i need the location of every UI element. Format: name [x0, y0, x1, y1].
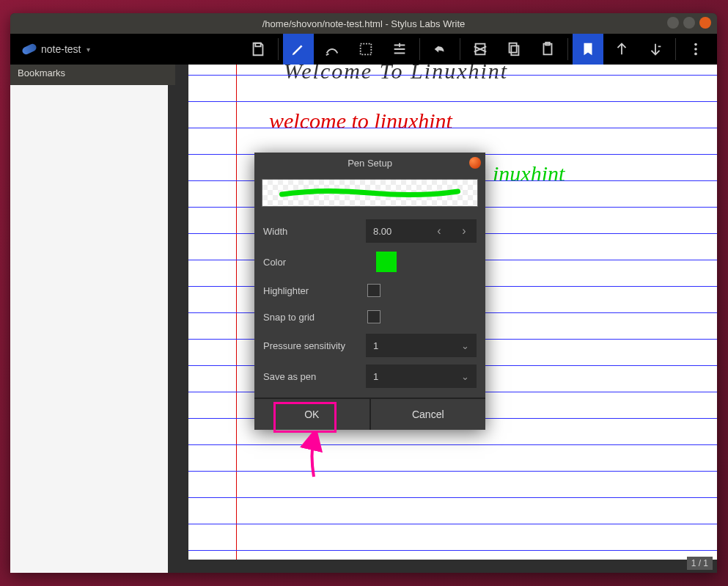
undo-button[interactable]: [424, 34, 455, 65]
width-row: Width 8.00 ‹ ›: [254, 216, 485, 246]
svg-point-7: [694, 43, 697, 46]
titlebar[interactable]: /home/shovon/note-test.html - Stylus Lab…: [10, 13, 717, 34]
pressure-label: Pressure sensitivity: [263, 340, 357, 351]
handwriting-line-3: inuxhint: [493, 161, 565, 186]
svg-rect-1: [361, 44, 372, 55]
save-button[interactable]: [243, 34, 273, 65]
copy-button[interactable]: [499, 34, 529, 65]
dialog-body: Width 8.00 ‹ › Color Highlighter Snap to…: [254, 173, 485, 392]
highlighter-label: Highlighter: [263, 285, 357, 296]
chevron-down-icon: ⌄: [461, 340, 469, 351]
snap-checkbox[interactable]: [367, 310, 380, 323]
pressure-value: 1: [373, 340, 378, 351]
rule-line: [188, 128, 717, 128]
saveas-label: Save as pen: [263, 371, 357, 382]
highlighter-checkbox[interactable]: [367, 284, 380, 297]
rule-line: [188, 550, 717, 551]
svg-rect-0: [255, 43, 260, 47]
snap-row: Snap to grid: [254, 304, 485, 330]
sidebar-header: Bookmarks: [10, 65, 175, 85]
insert-space-button[interactable]: [384, 34, 415, 65]
chevron-down-icon: ▾: [87, 45, 90, 54]
bookmark-button[interactable]: [573, 34, 603, 65]
saveas-select[interactable]: 1 ⌄: [366, 365, 477, 388]
svg-point-9: [694, 53, 697, 56]
highlighter-row: Highlighter: [254, 277, 485, 304]
rule-line: [188, 75, 717, 76]
width-spinner[interactable]: 8.00 ‹ ›: [366, 219, 477, 243]
rule-line: [188, 101, 717, 102]
color-label: Color: [263, 257, 357, 268]
minimize-button[interactable]: [667, 17, 679, 29]
dialog-close-button[interactable]: [469, 157, 481, 169]
chevron-down-icon: ⌄: [461, 371, 469, 382]
overflow-menu-button[interactable]: [680, 34, 711, 65]
pressure-row: Pressure sensitivity 1 ⌄: [254, 330, 485, 361]
svg-rect-4: [511, 45, 518, 55]
dialog-title: Pen Setup: [348, 158, 392, 169]
toolbar: note-test ▾: [10, 34, 717, 65]
dialog-titlebar[interactable]: Pen Setup: [254, 153, 485, 173]
page-indicator: 1 / 1: [687, 557, 713, 570]
maximize-button[interactable]: [683, 17, 695, 29]
prev-page-button[interactable]: [606, 34, 637, 65]
handwriting-line-2: welcome to linuxhint: [269, 109, 452, 133]
width-label: Width: [263, 226, 357, 237]
cut-button[interactable]: [465, 34, 496, 65]
rule-line: [188, 524, 717, 524]
stroke-tool-button[interactable]: [317, 34, 348, 65]
color-row: Color: [254, 246, 485, 277]
document-name: note-test: [41, 43, 81, 55]
width-increase-button[interactable]: ›: [452, 219, 477, 243]
pen-icon: [21, 43, 37, 56]
sidebar: Bookmarks: [10, 65, 175, 573]
window-title: /home/shovon/note-test.html - Stylus Lab…: [262, 18, 466, 29]
pen-tool-button[interactable]: [283, 34, 314, 65]
svg-point-8: [694, 48, 697, 51]
close-button[interactable]: [699, 17, 711, 29]
rule-line: [188, 471, 717, 472]
color-swatch[interactable]: [376, 252, 397, 272]
pen-preview: [262, 179, 478, 207]
clipboard-button[interactable]: [532, 34, 563, 65]
handwriting-line-1: Welcome To Linuxhint: [284, 65, 508, 84]
bookmarks-list[interactable]: [10, 85, 175, 573]
dialog-buttons: OK Cancel: [254, 398, 485, 430]
width-value: 8.00: [366, 226, 427, 237]
snap-label: Snap to grid: [263, 312, 357, 323]
ok-button[interactable]: OK: [254, 399, 369, 430]
saveas-row: Save as pen 1 ⌄: [254, 361, 485, 392]
pen-setup-dialog: Pen Setup Width 8.00 ‹ › Color Highlight…: [254, 153, 485, 430]
cancel-button[interactable]: Cancel: [369, 399, 486, 430]
width-decrease-button[interactable]: ‹: [427, 219, 452, 243]
rule-line: [188, 497, 717, 498]
window-controls: [667, 17, 711, 29]
select-tool-button[interactable]: [350, 34, 381, 65]
pressure-select[interactable]: 1 ⌄: [366, 334, 477, 357]
svg-rect-3: [510, 43, 517, 53]
rule-line: [188, 444, 717, 445]
saveas-value: 1: [373, 371, 378, 382]
next-page-button[interactable]: [640, 34, 671, 65]
document-selector[interactable]: note-test ▾: [16, 43, 96, 55]
